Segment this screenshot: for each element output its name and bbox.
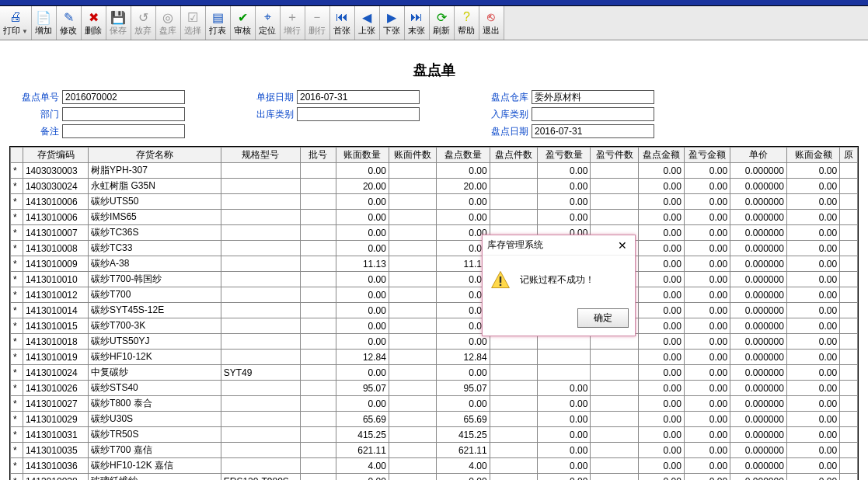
cell-cnt_pcs[interactable] xyxy=(490,365,537,381)
cell-book_amt[interactable]: 0.00 xyxy=(786,365,839,381)
cell-price[interactable]: 0.000000 xyxy=(730,458,787,474)
cell-lot[interactable] xyxy=(301,256,336,272)
cell-spec[interactable] xyxy=(221,241,300,256)
cell-price[interactable]: 0.000000 xyxy=(730,256,787,272)
cell-code[interactable]: 1413010029 xyxy=(23,412,88,427)
cell-price[interactable]: 0.000000 xyxy=(730,365,787,381)
cell-book_qty[interactable]: 4.00 xyxy=(336,458,389,474)
cell-code[interactable]: 1413010024 xyxy=(23,365,88,381)
cell-cnt_qty[interactable]: 0.00 xyxy=(437,396,490,412)
column-header[interactable]: 账面数量 xyxy=(336,148,389,163)
grid[interactable]: 存货编码存货名称规格型号批号账面数量账面件数盘点数量盘点件数盈亏数量盈亏件数盘点… xyxy=(9,146,859,480)
cell-book_pcs[interactable] xyxy=(389,194,436,210)
cell-extra[interactable] xyxy=(840,474,858,481)
cell-pl_amt[interactable]: 0.00 xyxy=(684,396,730,412)
cell-pl_qty[interactable]: 0.00 xyxy=(538,458,591,474)
cell-cnt_amt[interactable]: 0.00 xyxy=(638,287,684,303)
table-row[interactable]: *1413010015碳纱T700-3K0.000.000.000.000.00… xyxy=(11,318,858,334)
cell-price[interactable]: 0.000000 xyxy=(730,163,787,179)
cell-spec[interactable] xyxy=(221,318,300,334)
cell-code[interactable]: 1403030024 xyxy=(23,179,88,194)
cell-book_qty[interactable]: 415.25 xyxy=(336,427,389,443)
cell-book_pcs[interactable] xyxy=(389,210,436,225)
cell-book_amt[interactable]: 0.00 xyxy=(786,334,839,350)
cell-pl_pcs[interactable] xyxy=(591,210,638,225)
cell-cnt_pcs[interactable] xyxy=(490,179,537,194)
cell-cnt_amt[interactable]: 0.00 xyxy=(638,396,684,412)
cell-extra[interactable] xyxy=(840,458,858,474)
cell-spec[interactable]: ERS120-T980S xyxy=(221,474,300,481)
cell-code[interactable]: 1413010018 xyxy=(23,334,88,350)
cell-book_qty[interactable]: 0.00 xyxy=(336,163,389,179)
cell-book_amt[interactable]: 0.00 xyxy=(786,318,839,334)
cell-book_pcs[interactable] xyxy=(389,350,436,365)
cell-pl_pcs[interactable] xyxy=(591,163,638,179)
cell-pl_amt[interactable]: 0.00 xyxy=(684,412,730,427)
cell-cnt_amt[interactable]: 0.00 xyxy=(638,350,684,365)
cell-spec[interactable] xyxy=(221,381,300,396)
cell-pl_amt[interactable]: 0.00 xyxy=(684,163,730,179)
table-row[interactable]: *1413010036碳纱HF10-12K 嘉信4.004.000.000.00… xyxy=(11,458,858,474)
cell-name[interactable]: 碳纱UTS50YJ xyxy=(89,334,221,350)
cell-spec[interactable] xyxy=(221,303,300,318)
cell-book_amt[interactable]: 0.00 xyxy=(786,225,839,241)
cell-book_pcs[interactable] xyxy=(389,241,436,256)
warehouse-input[interactable] xyxy=(532,90,654,104)
table-row[interactable]: *1413010031碳纱TR50S415.25415.250.000.000.… xyxy=(11,427,858,443)
cell-book_pcs[interactable] xyxy=(389,396,436,412)
cell-lot[interactable] xyxy=(301,427,336,443)
cell-cnt_amt[interactable]: 0.00 xyxy=(638,179,684,194)
cell-price[interactable]: 0.000000 xyxy=(730,225,787,241)
table-row[interactable]: *1403030003树脂YPH-3070.000.000.000.000.00… xyxy=(11,163,858,179)
column-header[interactable]: 原 xyxy=(840,148,858,163)
cell-cnt_amt[interactable]: 0.00 xyxy=(638,225,684,241)
cell-lot[interactable] xyxy=(301,163,336,179)
cell-extra[interactable] xyxy=(840,334,858,350)
cell-cnt_pcs[interactable] xyxy=(490,396,537,412)
cell-book_qty[interactable]: 0.00 xyxy=(336,225,389,241)
cell-extra[interactable] xyxy=(840,443,858,458)
cell-lot[interactable] xyxy=(301,474,336,481)
cell-book_amt[interactable]: 0.00 xyxy=(786,474,839,481)
cell-cnt_qty[interactable]: 65.69 xyxy=(437,412,490,427)
cell-book_qty[interactable]: 0.00 xyxy=(336,334,389,350)
cell-book_pcs[interactable] xyxy=(389,334,436,350)
cell-book_qty[interactable]: 0.00 xyxy=(336,241,389,256)
cell-pl_pcs[interactable] xyxy=(591,474,638,481)
cell-extra[interactable] xyxy=(840,163,858,179)
cell-book_qty[interactable]: 0.00 xyxy=(336,318,389,334)
cell-price[interactable]: 0.000000 xyxy=(730,334,787,350)
cell-lot[interactable] xyxy=(301,194,336,210)
column-header[interactable]: 存货名称 xyxy=(89,148,221,163)
cell-extra[interactable] xyxy=(840,303,858,318)
last-button[interactable]: ⏭末张 xyxy=(405,6,430,40)
cell-pl_amt[interactable]: 0.00 xyxy=(684,318,730,334)
cell-cnt_amt[interactable]: 0.00 xyxy=(638,210,684,225)
cell-pl_amt[interactable]: 0.00 xyxy=(684,427,730,443)
cell-price[interactable]: 0.000000 xyxy=(730,318,787,334)
cell-lot[interactable] xyxy=(301,241,336,256)
cell-price[interactable]: 0.000000 xyxy=(730,443,787,458)
cell-pl_pcs[interactable] xyxy=(591,443,638,458)
cell-price[interactable]: 0.000000 xyxy=(730,241,787,256)
cell-name[interactable]: 碳纱TR50S xyxy=(89,427,221,443)
column-header[interactable]: 盈亏金额 xyxy=(684,148,730,163)
cell-cnt_qty[interactable]: 0.00 xyxy=(437,163,490,179)
cell-code[interactable]: 1403030003 xyxy=(23,163,88,179)
cell-pl_amt[interactable]: 0.00 xyxy=(684,303,730,318)
cell-lot[interactable] xyxy=(301,396,336,412)
cell-lot[interactable] xyxy=(301,303,336,318)
cell-price[interactable]: 0.000000 xyxy=(730,350,787,365)
cell-lot[interactable] xyxy=(301,318,336,334)
table-row[interactable]: *1413010035碳纱T700 嘉信621.11621.110.000.00… xyxy=(11,443,858,458)
cell-book_pcs[interactable] xyxy=(389,365,436,381)
cell-lot[interactable] xyxy=(301,443,336,458)
cell-cnt_qty[interactable]: 621.11 xyxy=(437,443,490,458)
cell-spec[interactable] xyxy=(221,272,300,287)
cell-spec[interactable] xyxy=(221,334,300,350)
cell-pl_amt[interactable]: 0.00 xyxy=(684,381,730,396)
cell-cnt_pcs[interactable] xyxy=(490,443,537,458)
cell-book_qty[interactable]: 0.00 xyxy=(336,365,389,381)
edit-button[interactable]: ✎修改 xyxy=(57,6,82,40)
cell-spec[interactable] xyxy=(221,350,300,365)
